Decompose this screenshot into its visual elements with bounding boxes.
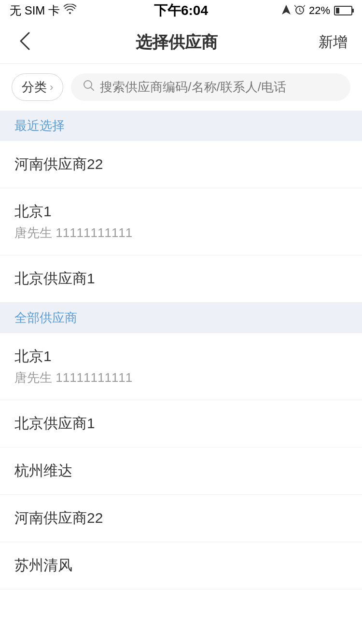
recent-list-item[interactable]: 北京1唐先生 11111111111 [0,188,362,255]
all-items-list: 北京1唐先生 11111111111北京供应商1杭州维达河南供应商22苏州清风 [0,333,362,589]
all-list-item[interactable]: 杭州维达 [0,448,362,495]
item-name: 苏州清风 [14,556,348,575]
page-title: 选择供应商 [136,31,218,54]
item-name: 河南供应商22 [14,508,348,528]
item-name: 北京1 [14,202,348,222]
all-list-item[interactable]: 北京1唐先生 11111111111 [0,333,362,400]
wifi-icon [64,4,76,17]
add-button[interactable]: 新增 [319,32,348,52]
item-sub: 唐先生 11111111111 [14,224,348,241]
all-list-item[interactable]: 北京供应商1 [0,400,362,448]
category-button[interactable]: 分类 › [12,73,63,101]
item-name: 杭州维达 [14,461,348,481]
status-right: 22% [282,4,352,17]
filter-bar: 分类 › [0,64,362,111]
status-bar: 无 SIM 卡 下午6:04 22% [0,0,362,21]
item-name: 北京1 [14,347,348,366]
chevron-icon: › [50,81,53,94]
recent-items-list: 河南供应商22北京1唐先生 11111111111北京供应商1 [0,141,362,303]
carrier-text: 无 SIM 卡 [10,3,60,18]
item-sub: 唐先生 11111111111 [14,369,348,386]
all-list-item[interactable]: 河南供应商22 [0,495,362,542]
all-section-header: 全部供应商 [0,303,362,333]
location-icon [282,5,291,17]
recent-section-header: 最近选择 [0,111,362,141]
all-section-label: 全部供应商 [14,310,77,325]
search-wrap [71,73,350,101]
search-icon [83,79,95,95]
all-list-item[interactable]: 苏州清风 [0,542,362,589]
recent-list-item[interactable]: 河南供应商22 [0,141,362,188]
status-time: 下午6:04 [154,1,208,20]
item-name: 北京供应商1 [14,269,348,289]
recent-section-label: 最近选择 [14,118,65,133]
category-label: 分类 [22,79,47,96]
battery-icon [334,6,352,15]
search-input[interactable] [100,80,339,95]
alarm-icon [294,4,305,17]
status-left: 无 SIM 卡 [10,3,76,18]
recent-list-item[interactable]: 北京供应商1 [0,255,362,303]
item-name: 河南供应商22 [14,154,348,174]
nav-bar: 选择供应商 新增 [0,21,362,64]
item-name: 北京供应商1 [14,414,348,434]
battery-percent: 22% [309,4,330,17]
back-button[interactable] [14,27,35,58]
